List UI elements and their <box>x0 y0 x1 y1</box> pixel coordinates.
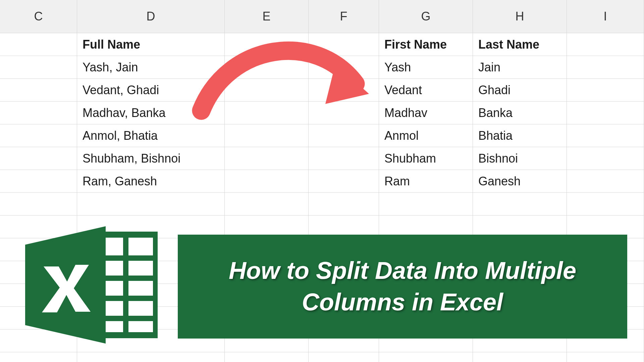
column-header-g[interactable]: G <box>379 0 473 33</box>
cell[interactable] <box>0 193 77 216</box>
table-row: Shubham, Bishnoi Shubham Bishnoi <box>0 147 644 170</box>
first-name-cell[interactable]: Yash <box>379 56 473 79</box>
table-row: Anmol, Bhatia Anmol Bhatia <box>0 124 644 147</box>
column-header-d[interactable]: D <box>77 0 225 33</box>
last-name-header[interactable]: Last Name <box>473 33 567 56</box>
last-name-cell[interactable]: Bishnoi <box>473 147 567 170</box>
cell[interactable] <box>567 193 644 216</box>
excel-logo-icon <box>13 221 158 349</box>
cell[interactable] <box>379 352 473 362</box>
cell[interactable] <box>379 193 473 216</box>
column-header-row: C D E F G H I <box>0 0 644 33</box>
table-row <box>0 193 644 216</box>
cell[interactable] <box>0 147 77 170</box>
cell[interactable] <box>309 193 379 216</box>
column-header-i[interactable]: I <box>567 0 644 33</box>
cell[interactable] <box>309 124 379 147</box>
cell[interactable] <box>0 124 77 147</box>
column-header-e[interactable]: E <box>225 0 309 33</box>
cell[interactable] <box>0 56 77 79</box>
cell[interactable] <box>567 56 644 79</box>
cell[interactable] <box>77 193 225 216</box>
cell[interactable] <box>0 33 77 56</box>
first-name-header[interactable]: First Name <box>379 33 473 56</box>
cell[interactable] <box>567 124 644 147</box>
cell[interactable] <box>473 193 567 216</box>
full-name-cell[interactable]: Shubham, Bishnoi <box>77 147 225 170</box>
cell[interactable] <box>225 352 309 362</box>
column-header-h[interactable]: H <box>473 0 567 33</box>
full-name-cell[interactable]: Anmol, Bhatia <box>77 124 225 147</box>
cell[interactable] <box>567 79 644 102</box>
cell[interactable] <box>473 352 567 362</box>
cell[interactable] <box>309 352 379 362</box>
first-name-cell[interactable]: Ram <box>379 170 473 193</box>
last-name-cell[interactable]: Ghadi <box>473 79 567 102</box>
column-header-c[interactable]: C <box>0 0 77 33</box>
cell[interactable] <box>309 170 379 193</box>
cell[interactable] <box>0 170 77 193</box>
cell[interactable] <box>225 124 309 147</box>
cell[interactable] <box>0 79 77 102</box>
last-name-cell[interactable]: Bhatia <box>473 124 567 147</box>
title-banner: How to Split Data Into Multiple Columns … <box>178 235 627 339</box>
last-name-cell[interactable]: Banka <box>473 102 567 124</box>
cell[interactable] <box>567 33 644 56</box>
cell[interactable] <box>0 102 77 124</box>
cell[interactable] <box>225 170 309 193</box>
cell[interactable] <box>225 147 309 170</box>
arrow-icon <box>188 37 376 121</box>
cell[interactable] <box>309 147 379 170</box>
cell[interactable] <box>0 352 77 362</box>
cell[interactable] <box>567 102 644 124</box>
first-name-cell[interactable]: Vedant <box>379 79 473 102</box>
first-name-cell[interactable]: Shubham <box>379 147 473 170</box>
last-name-cell[interactable]: Jain <box>473 56 567 79</box>
first-name-cell[interactable]: Anmol <box>379 124 473 147</box>
cell[interactable] <box>225 193 309 216</box>
cell[interactable] <box>567 352 644 362</box>
cell[interactable] <box>77 352 225 362</box>
first-name-cell[interactable]: Madhav <box>379 102 473 124</box>
table-row <box>0 352 644 362</box>
title-text: How to Split Data Into Multiple Columns … <box>191 255 614 318</box>
cell[interactable] <box>567 170 644 193</box>
full-name-cell[interactable]: Ram, Ganesh <box>77 170 225 193</box>
table-row: Ram, Ganesh Ram Ganesh <box>0 170 644 193</box>
last-name-cell[interactable]: Ganesh <box>473 170 567 193</box>
column-header-f[interactable]: F <box>309 0 379 33</box>
cell[interactable] <box>567 147 644 170</box>
